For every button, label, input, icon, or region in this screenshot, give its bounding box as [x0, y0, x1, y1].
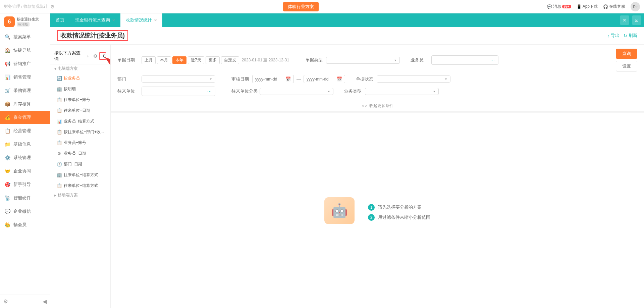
tree-item-partner-date[interactable]: 📋 往来单位+日期 — [50, 105, 110, 116]
audit-date-label: 审核日期 — [231, 76, 250, 82]
partner-date-icon: 📋 — [56, 107, 62, 113]
date-custom-btn[interactable]: 自定义 — [221, 56, 239, 64]
partner-label: 往来单位 — [117, 88, 136, 94]
audit-date-from-input[interactable] — [255, 77, 285, 82]
sidebar-settings-icon[interactable]: ⚙ — [3, 298, 8, 305]
date-quick-btns: 上月 本月 本年 近7天 更多 自定义 2023-01-01 至 2023-12… — [142, 56, 289, 64]
newbie-icon: 🎯 — [4, 181, 11, 188]
desktop-section[interactable]: ▾ 电脑端方案 — [50, 64, 110, 73]
top-bar: 财务管理 / 收款情况统计 ⚙ 体验行业方案 💬 消息 99+ 📱 App下载 … — [0, 0, 644, 13]
date-separator: — — [295, 76, 302, 82]
date-this-year-btn[interactable]: 本年 — [172, 56, 186, 64]
tree-item-by-salesman[interactable]: 🔄 按业务员 — [50, 73, 110, 84]
empty-step-2: 2 用过滤条件来缩小分析范围 — [368, 214, 430, 221]
user-avatar[interactable]: Rit — [631, 2, 640, 11]
sidebar-item-quick-nav[interactable]: 🏠 快捷导航 — [0, 44, 50, 57]
online-service-btn[interactable]: 🎧 在线客服 — [603, 4, 625, 9]
partner-input[interactable] — [145, 89, 207, 94]
sidebar-item-sales[interactable]: 📊 销售管理 — [0, 70, 50, 84]
tab-bar: 首页 现金银行流水查询 ✕ 收款情况统计 ✕ ✕ ⊡ — [50, 13, 644, 27]
salesman-date-icon: ⚙ — [56, 150, 62, 156]
sidebar-item-operation[interactable]: 📋 经营管理 — [0, 124, 50, 138]
tree-item-partner-dept[interactable]: 📋 按往来单位+部门+收... — [50, 126, 110, 137]
left-panel-collapse-icon[interactable]: 《 — [99, 52, 106, 60]
partner-category-select[interactable]: ▾ — [260, 88, 333, 95]
sidebar-item-corp-wechat[interactable]: 💬 企业微信 — [0, 205, 50, 218]
dept-date-icon: 🕐 — [56, 161, 62, 167]
empty-robot-icon: 🤖 — [324, 197, 355, 224]
dept-chevron-icon: ▾ — [210, 77, 212, 81]
tab-close-all-btn[interactable]: ✕ — [620, 15, 629, 25]
tree-item-salesman-settle[interactable]: 📊 业务员+结算方式 — [50, 116, 110, 126]
partner-settle2-icon: 📋 — [56, 183, 62, 189]
tab-bank-flow[interactable]: 现金银行流水查询 ✕ — [70, 13, 120, 27]
tab-bank-flow-close[interactable]: ✕ — [112, 18, 115, 22]
doc-type-select[interactable]: ▾ — [326, 57, 400, 64]
query-button[interactable]: 查询 — [616, 49, 637, 59]
sidebar-item-finance[interactable]: 💰 资金管理 — [0, 111, 50, 124]
page-actions: ↑ 导出 ↻ 刷新 — [607, 33, 638, 39]
dept-select[interactable]: ▾ — [142, 75, 215, 83]
filter-row-2: 部门 ▾ 审核日期 📅 — [117, 75, 637, 83]
mobile-expand-arrow: ▸ — [54, 193, 56, 198]
main-area: 首页 现金银行流水查询 ✕ 收款情况统计 ✕ ✕ ⊡ 收款情况统计(按业务员) … — [50, 13, 644, 308]
sidebar-item-smart-hw[interactable]: 📡 智能硬件 — [0, 191, 50, 205]
partner-cat-chevron-icon: ▾ — [328, 90, 330, 93]
purchase-icon: 🛒 — [4, 87, 11, 94]
sidebar-collapse-icon[interactable]: ◀ — [43, 298, 47, 305]
sidebar-item-basic-info[interactable]: 📁 基础信息 — [0, 138, 50, 151]
app-download-btn[interactable]: 📱 App下载 — [577, 4, 598, 9]
operation-icon: 📋 — [4, 127, 11, 134]
download-icon: 📱 — [577, 4, 582, 9]
refresh-button[interactable]: ↻ 刷新 — [624, 33, 637, 39]
partner-more-icon[interactable]: ··· — [207, 88, 212, 94]
doc-status-select[interactable]: ▾ — [377, 75, 450, 83]
message-icon: 💬 — [547, 4, 552, 9]
salesman-more-icon[interactable]: ··· — [490, 57, 495, 63]
system-icon: ⚙️ — [4, 154, 11, 161]
tree-item-partner-settle1[interactable]: 🏢 往来单位+结算方式 — [50, 169, 110, 180]
search-icon: 🔍 — [4, 34, 11, 40]
step-2-num: 2 — [368, 214, 375, 221]
sidebar-item-marketing[interactable]: 📢 营销推广 — [0, 57, 50, 70]
sidebar-item-inventory[interactable]: 📦 库存核算 — [0, 97, 50, 111]
settings-button[interactable]: 设置 — [616, 61, 637, 71]
audit-date-to[interactable]: 📅 — [304, 75, 345, 83]
date-last-7days-btn[interactable]: 近7天 — [188, 56, 204, 64]
tree-item-by-detail[interactable]: 🏢 按明细 — [50, 84, 110, 94]
tree-item-partner-account[interactable]: 📋 往来单位+账号 — [50, 94, 110, 105]
add-scheme-icon[interactable]: + — [84, 52, 92, 60]
audit-date-from[interactable]: 📅 — [252, 75, 294, 83]
left-panel-header: 按以下方案查询 + ⚙ 《 — [50, 48, 110, 64]
tree-item-dept-date[interactable]: 🕐 部门+日期 — [50, 159, 110, 169]
collapse-more-btn[interactable]: ∧∧ 收起更多条件 — [111, 100, 644, 112]
dept-label: 部门 — [117, 76, 136, 82]
audit-date-to-input[interactable] — [307, 77, 337, 82]
sidebar-item-newbie[interactable]: 🎯 新手引导 — [0, 178, 50, 191]
tab-collect-stat-close[interactable]: ✕ — [154, 18, 157, 22]
gear-icon[interactable]: ⚙ — [50, 4, 55, 9]
date-last-month-btn[interactable]: 上月 — [142, 56, 156, 64]
sidebar-item-member[interactable]: 👑 畅会员 — [0, 218, 50, 232]
sidebar-item-purchase[interactable]: 🛒 采购管理 — [0, 84, 50, 97]
tab-collect-stat[interactable]: 收款情况统计 ✕ — [120, 13, 162, 27]
tree-item-salesman-account[interactable]: 📋 业务员+账号 — [50, 137, 110, 148]
date-more-btn[interactable]: 更多 — [206, 56, 220, 64]
biz-type-select[interactable]: ▾ — [365, 88, 439, 95]
salesman-input[interactable] — [435, 58, 489, 62]
salesman-label: 业务员 — [411, 57, 429, 63]
export-button[interactable]: ↑ 导出 — [607, 33, 620, 39]
tab-expand-btn[interactable]: ⊡ — [632, 15, 641, 25]
partner-dept-icon: 📋 — [56, 129, 62, 135]
sidebar-item-corp-collab[interactable]: 🤝 企业协同 — [0, 164, 50, 178]
scheme-settings-icon[interactable]: ⚙ — [92, 52, 99, 60]
tree-item-partner-settle2[interactable]: 📋 往来单位+结算方式 — [50, 180, 110, 191]
sidebar-item-search-menu[interactable]: 🔍 搜索菜单 — [0, 30, 50, 44]
messages-btn[interactable]: 💬 消息 99+ — [547, 4, 571, 9]
sidebar-item-system[interactable]: ⚙️ 系统管理 — [0, 151, 50, 164]
mobile-section[interactable]: ▸ 移动端方案 — [50, 191, 110, 199]
tab-home[interactable]: 首页 — [50, 13, 70, 27]
trial-button[interactable]: 体验行业方案 — [283, 2, 319, 11]
date-this-month-btn[interactable]: 本月 — [157, 56, 171, 64]
tree-item-salesman-date[interactable]: ⚙ 业务员+日期 — [50, 148, 110, 159]
